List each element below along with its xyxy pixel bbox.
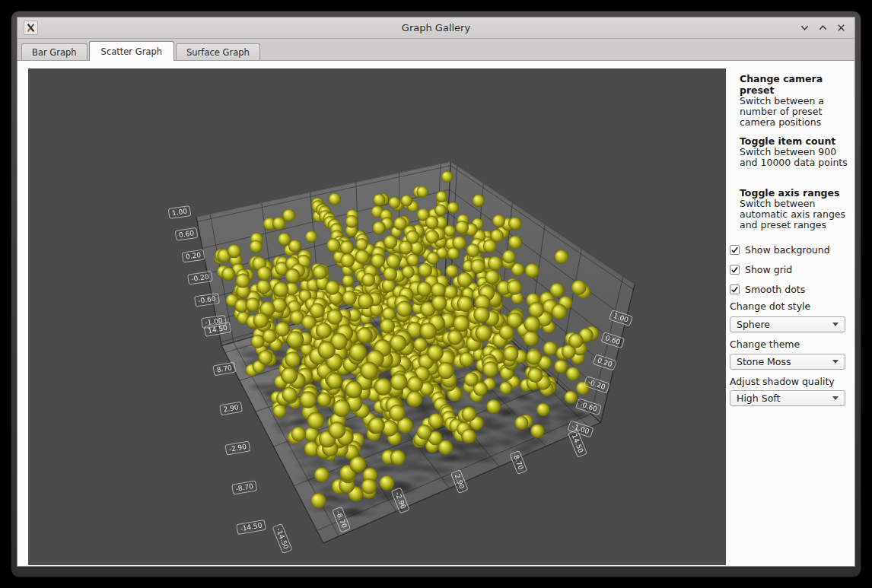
checkbox[interactable] (730, 284, 740, 294)
sidebar: Change camera preset Switch between a nu… (729, 61, 867, 566)
maximize-button[interactable] (813, 20, 832, 37)
command-description: Switch between a number of preset camera… (740, 96, 855, 128)
dot-style-label: Change dot style (730, 300, 810, 312)
close-x-icon (836, 23, 846, 33)
command-description: Switch between 900 and 10000 data points (740, 147, 855, 168)
window-inner: Graph Gallery Bar Graph Scatter Graph Su… (18, 17, 854, 566)
window-title: Graph Gallery (18, 22, 854, 33)
smooth-dots-checkbox-row[interactable]: Smooth dots (730, 284, 805, 295)
checkbox[interactable] (730, 245, 740, 255)
chevron-down-icon (832, 360, 839, 364)
chevron-down-icon (800, 23, 810, 33)
chevron-up-icon (818, 23, 828, 33)
tab-bar: Bar Graph Scatter Graph Surface Graph (18, 39, 854, 61)
tab-bar-graph[interactable]: Bar Graph (21, 43, 88, 60)
checkbox[interactable] (730, 265, 740, 275)
tab-surface-graph[interactable]: Surface Graph (176, 43, 260, 60)
theme-dropdown[interactable]: Stone Moss (730, 354, 845, 370)
command-title: Toggle axis ranges (740, 187, 858, 199)
show-grid-checkbox-row[interactable]: Show grid (730, 264, 792, 275)
tab-scatter-graph[interactable]: Scatter Graph (89, 41, 174, 61)
dropdown-value: Sphere (737, 319, 770, 330)
dropdown-value: Stone Moss (737, 356, 791, 367)
chevron-down-icon (832, 396, 839, 400)
checkbox-label: Show grid (745, 264, 792, 275)
checkbox-label: Show background (745, 244, 830, 256)
toggle-axis-ranges-button[interactable]: Toggle axis ranges Switch between automa… (740, 187, 858, 230)
toggle-item-count-button[interactable]: Toggle item count Switch between 900 and… (740, 135, 858, 168)
command-title: Change camera preset (740, 73, 858, 96)
command-title: Toggle item count (740, 135, 858, 147)
app-window: Graph Gallery Bar Graph Scatter Graph Su… (11, 11, 861, 577)
dot-style-dropdown[interactable]: Sphere (730, 316, 845, 332)
window-controls (795, 20, 854, 37)
title-bar[interactable]: Graph Gallery (18, 17, 854, 39)
checkmark-icon (730, 246, 739, 254)
checkmark-icon (730, 265, 739, 274)
close-button[interactable] (832, 20, 850, 37)
content-pane: Change camera preset Switch between a nu… (18, 61, 854, 566)
shadow-quality-label: Adjust shadow quality (730, 376, 835, 387)
dropdown-value: High Soft (737, 393, 780, 404)
change-camera-preset-button[interactable]: Change camera preset Switch between a nu… (740, 73, 858, 128)
checkmark-icon (730, 285, 739, 294)
theme-label: Change theme (730, 338, 800, 350)
shadow-quality-dropdown[interactable]: High Soft (730, 390, 845, 406)
scatter-3d-view[interactable] (28, 68, 726, 565)
chevron-down-icon (832, 323, 839, 326)
minimize-button[interactable] (795, 20, 813, 37)
command-description: Switch between automatic axis ranges and… (740, 199, 855, 230)
show-background-checkbox-row[interactable]: Show background (730, 244, 830, 256)
checkbox-label: Smooth dots (745, 284, 805, 295)
